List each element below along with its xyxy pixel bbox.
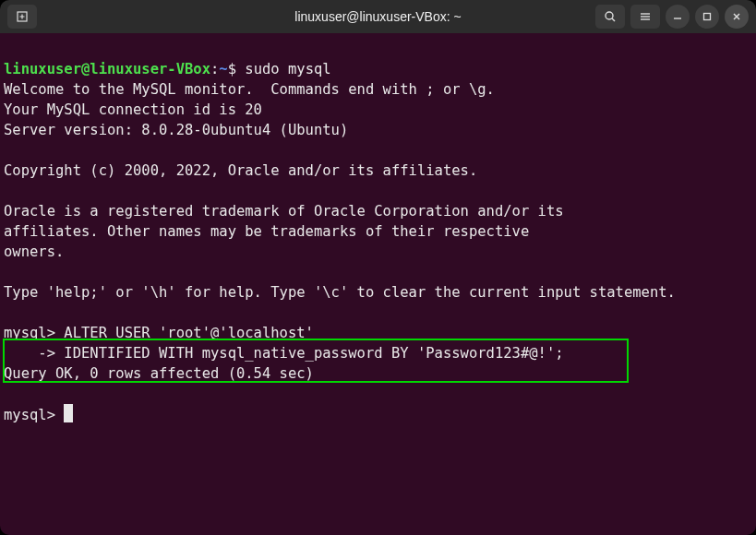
maximize-icon <box>702 12 712 21</box>
svg-line-4 <box>612 18 615 21</box>
mysql-prompt-line: mysql> <box>4 407 73 423</box>
cursor <box>64 404 73 422</box>
sql-line-2: -> IDENTIFIED WITH mysql_native_password… <box>4 345 564 362</box>
terminal-content[interactable]: linuxuser@linuxuser-VBox:~$ sudo mysql W… <box>0 33 756 535</box>
terminal-window: linuxuser@linuxuser-VBox: ~ linuxuser@li… <box>0 0 756 535</box>
hamburger-icon <box>639 10 652 23</box>
query-result: Query OK, 0 rows affected (0.54 sec) <box>4 365 314 382</box>
output-line: Welcome to the MySQL monitor. Commands e… <box>4 81 495 98</box>
titlebar-left-controls <box>7 5 37 29</box>
close-button[interactable] <box>725 5 749 29</box>
prompt-colon: : <box>210 61 219 77</box>
prompt-dollar: $ <box>228 61 246 77</box>
output-line: Type 'help;' or '\h' for help. Type '\c'… <box>4 284 676 301</box>
minimize-icon <box>673 12 682 21</box>
output-line: Your MySQL connection id is 20 <box>4 101 262 118</box>
output-line: affiliates. Other names may be trademark… <box>4 223 529 240</box>
menu-button[interactable] <box>630 5 660 29</box>
svg-rect-9 <box>704 14 711 20</box>
shell-prompt-line: linuxuser@linuxuser-VBox:~$ sudo mysql <box>4 61 331 77</box>
titlebar: linuxuser@linuxuser-VBox: ~ <box>0 0 756 33</box>
sql-line-1: mysql> ALTER USER 'root'@'localhost' <box>4 325 314 341</box>
search-button[interactable] <box>595 5 625 29</box>
output-line: Oracle is a registered trademark of Orac… <box>4 203 564 220</box>
search-icon <box>604 10 617 23</box>
close-icon <box>732 12 741 21</box>
output-line: owners. <box>4 244 64 260</box>
output-line: Server version: 8.0.28-0ubuntu4 (Ubuntu) <box>4 122 348 138</box>
prompt-path: ~ <box>219 61 227 77</box>
new-tab-button[interactable] <box>7 5 37 29</box>
output-line: Copyright (c) 2000, 2022, Oracle and/or … <box>4 162 477 179</box>
minimize-button[interactable] <box>666 5 690 29</box>
mysql-prompt: mysql> <box>4 407 64 423</box>
prompt-user: linuxuser@linuxuser-VBox <box>4 61 210 77</box>
window-title: linuxuser@linuxuser-VBox: ~ <box>294 9 461 24</box>
new-tab-icon <box>16 10 29 23</box>
svg-point-3 <box>606 12 613 19</box>
titlebar-right-controls <box>595 5 749 29</box>
maximize-button[interactable] <box>695 5 719 29</box>
command-text: sudo mysql <box>245 61 330 77</box>
